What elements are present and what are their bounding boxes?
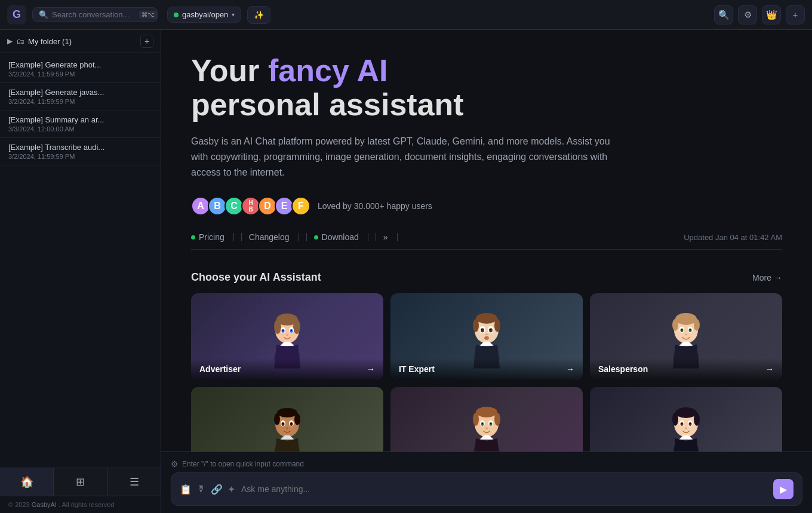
search-global-button[interactable]: 🔍 xyxy=(714,5,733,24)
hero-nav-links: Pricing Changelog Download » Updated Jan… xyxy=(191,232,782,250)
svg-point-24 xyxy=(490,328,491,330)
svg-point-10 xyxy=(282,330,284,331)
list-item[interactable]: [Example] Generate javas... 3/2/2024, 11… xyxy=(0,83,161,110)
svg-point-32 xyxy=(694,319,700,331)
svg-point-12 xyxy=(286,334,288,336)
workspace-name: gasbyai/open xyxy=(182,10,228,19)
plus-icon: + xyxy=(144,36,149,46)
avatar: F xyxy=(291,196,310,216)
assistant-card-salesperson[interactable]: Salesperson → xyxy=(590,293,782,380)
svg-point-23 xyxy=(481,328,482,330)
conversation-title: [Example] Transcribe audi... xyxy=(8,143,152,152)
main-layout: ▶ 🗂 My folder (1) + [Example] Generate p… xyxy=(0,30,812,513)
sidebar: ▶ 🗂 My folder (1) + [Example] Generate p… xyxy=(0,30,161,513)
topbar: G 🔍 ⌘⌥ gasbyai/open ▾ ✨ 🔍 ⚙ 👑 + xyxy=(0,0,812,30)
workspace-selector[interactable]: gasbyai/open ▾ xyxy=(167,7,241,23)
download-label: Download xyxy=(322,232,359,242)
arrow-icon: → xyxy=(367,364,375,374)
assistants-more-button[interactable]: More → xyxy=(752,273,782,282)
footer-brand-link[interactable]: GasbyAI xyxy=(32,501,57,508)
divider xyxy=(306,233,307,241)
link-icon[interactable]: 🔗 xyxy=(211,484,223,495)
clipboard-icon[interactable]: 📋 xyxy=(180,484,192,495)
assistant-card-it-expert[interactable]: IT Expert → xyxy=(390,293,583,380)
download-link[interactable]: Download xyxy=(314,232,368,242)
wand-icon: ✨ xyxy=(254,10,264,20)
topbar-actions: 🔍 ⚙ 👑 + xyxy=(714,5,805,24)
user-avatars: A B C HB D E F Loved by 30.000+ happy us… xyxy=(191,196,782,216)
chevron-right-icon: ▶ xyxy=(7,37,13,45)
svg-point-11 xyxy=(291,330,292,331)
folder-icon: 🗂 xyxy=(16,36,24,46)
footer-copyright: © 2023 xyxy=(8,501,30,508)
bottom-bar: ⚙ Enter "/" to open quick input command … xyxy=(161,451,812,513)
svg-point-21 xyxy=(481,328,484,332)
svg-point-17 xyxy=(473,319,479,332)
assistant-name: Advertiser xyxy=(199,364,241,374)
assistants-section: Choose your AI Assistant More → xyxy=(191,271,782,451)
svg-point-4 xyxy=(274,320,281,334)
list-item[interactable]: [Example] Transcribe audi... 3/2/2024, 1… xyxy=(0,138,161,165)
arrow-icon: → xyxy=(765,364,774,374)
mic-icon[interactable]: 🎙 xyxy=(196,484,206,494)
assistant-image-6 xyxy=(590,387,782,451)
assistant-card-advertiser[interactable]: Advertiser → xyxy=(191,293,383,380)
svg-point-37 xyxy=(681,329,682,330)
crown-button[interactable]: 👑 xyxy=(762,5,781,24)
footer-rights: . All rights reserved xyxy=(59,501,115,508)
assistants-grid: Advertiser → xyxy=(191,293,782,451)
add-button[interactable]: + xyxy=(786,5,805,24)
assistant-card-5[interactable] xyxy=(390,387,583,451)
folder-header[interactable]: ▶ 🗂 My folder (1) + xyxy=(0,30,161,53)
more-label: » xyxy=(383,232,388,242)
conversation-date: 3/2/2024, 11:59:59 PM xyxy=(8,153,152,160)
sidebar-nav: 🏠 ⊞ ☰ xyxy=(0,468,161,496)
nav-home-button[interactable]: 🏠 xyxy=(0,468,54,496)
crown-icon: 👑 xyxy=(766,10,777,20)
arrow-right-icon: → xyxy=(774,273,782,282)
hint-text: Enter "/" to open quick input command xyxy=(182,460,304,468)
assistant-card-6[interactable] xyxy=(590,387,782,451)
svg-point-69 xyxy=(675,407,697,418)
divider xyxy=(376,233,376,241)
pricing-link[interactable]: Pricing xyxy=(191,232,234,242)
folder-add-button[interactable]: + xyxy=(140,35,153,48)
search-kbd: ⌘⌥ xyxy=(139,11,157,19)
pricing-dot xyxy=(191,235,195,239)
settings-icon: ⚙ xyxy=(744,10,752,20)
nav-grid-button[interactable]: ⊞ xyxy=(54,468,107,496)
conversation-date: 3/3/2024, 12:00:00 AM xyxy=(8,125,152,133)
logo-text: G xyxy=(13,8,21,21)
chat-input[interactable] xyxy=(241,484,767,494)
svg-point-56 xyxy=(476,407,497,417)
wand-button[interactable]: ✨ xyxy=(247,6,270,24)
send-button[interactable]: ▶ xyxy=(773,479,793,499)
assistant-name: IT Expert xyxy=(399,364,435,374)
hero-title-line2: personal assistant xyxy=(191,87,464,122)
svg-point-65 xyxy=(485,427,488,429)
settings-button[interactable]: ⚙ xyxy=(738,5,757,24)
nav-list-button[interactable]: ☰ xyxy=(107,468,161,496)
list-item[interactable]: [Example] Generate phot... 3/2/2024, 11:… xyxy=(0,56,161,83)
search-input[interactable] xyxy=(52,10,136,19)
hero-title: Your fancy AI personal assistant xyxy=(191,54,782,122)
sparkle-icon[interactable]: ✦ xyxy=(227,484,235,495)
main-content: Your fancy AI personal assistant Gasby i… xyxy=(161,30,812,451)
search-global-icon: 🔍 xyxy=(718,10,730,20)
assistant-card-4[interactable] xyxy=(191,387,383,451)
changelog-link[interactable]: Changelog xyxy=(249,232,299,242)
more-link[interactable]: » xyxy=(383,232,398,242)
svg-point-44 xyxy=(274,413,280,425)
logo-button[interactable]: G xyxy=(7,5,26,24)
svg-point-31 xyxy=(672,319,678,331)
folder-label: My folder (1) xyxy=(28,37,137,46)
search-bar[interactable]: 🔍 ⌘⌥ xyxy=(32,7,158,22)
command-hint: ⚙ Enter "/" to open quick input command xyxy=(171,457,802,472)
list-item[interactable]: [Example] Summary an ar... 3/3/2024, 12:… xyxy=(0,110,161,138)
arrow-icon: → xyxy=(566,364,574,374)
conversation-title: [Example] Summary an ar... xyxy=(8,115,152,124)
assistant-name: Salesperson xyxy=(598,364,648,374)
pricing-label: Pricing xyxy=(199,232,224,242)
svg-point-5 xyxy=(293,320,300,334)
assistant-label: Advertiser → xyxy=(191,358,383,380)
